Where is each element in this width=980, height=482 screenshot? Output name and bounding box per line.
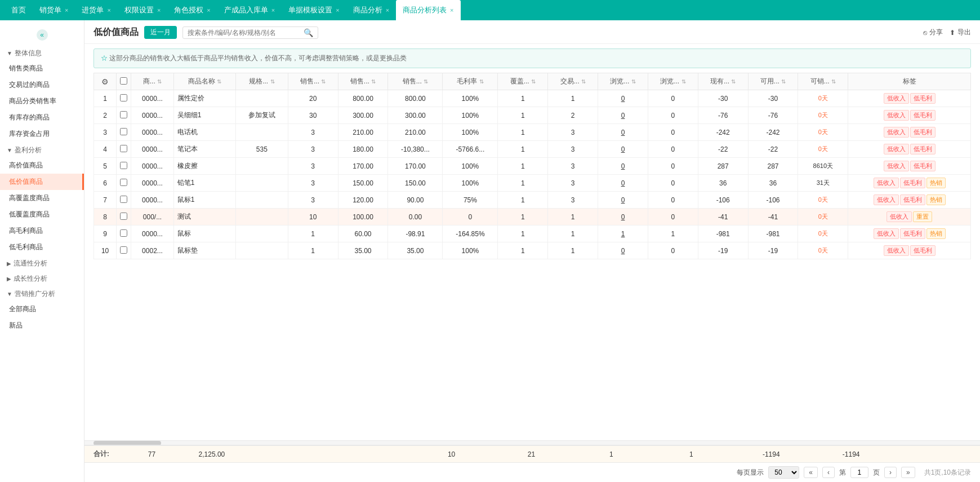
col-sale-amount[interactable]: 销售... ⇅: [338, 73, 388, 90]
close-sales-icon[interactable]: ×: [65, 7, 68, 14]
pv1-value[interactable]: 0: [621, 129, 625, 136]
cell-checkbox[interactable]: [117, 175, 131, 192]
table-container[interactable]: ⚙ 商... ⇅ 商品名称 ⇅ 规格... ⇅ 销售... ⇅ 销售... ⇅ …: [84, 73, 980, 440]
nav-home[interactable]: 首页: [5, 0, 33, 20]
col-pv1[interactable]: 浏览... ⇅: [598, 73, 648, 90]
cell-checkbox[interactable]: [117, 158, 131, 175]
export-button[interactable]: ⬆ 导出: [950, 28, 971, 37]
row-checkbox[interactable]: [120, 162, 127, 169]
first-page-button[interactable]: «: [804, 467, 818, 478]
sidebar-section-overall[interactable]: ▼ 整体信息: [0, 45, 84, 60]
sidebar-item-category-sales[interactable]: 商品分类销售率: [0, 93, 84, 109]
pv1-value[interactable]: 1: [621, 230, 625, 238]
sidebar-section-marketing[interactable]: ▼ 营销推广分析: [0, 286, 84, 301]
close-roles-icon[interactable]: ×: [207, 7, 210, 14]
col-spec[interactable]: 规格... ⇅: [235, 73, 288, 90]
cell-pv1[interactable]: 0: [598, 124, 648, 141]
cell-checkbox[interactable]: [117, 192, 131, 209]
row-checkbox[interactable]: [120, 196, 127, 203]
col-margin[interactable]: 毛利率 ⇅: [443, 73, 498, 90]
close-template-icon[interactable]: ×: [336, 7, 339, 14]
row-checkbox[interactable]: [120, 213, 127, 220]
col-name[interactable]: 商品名称 ⇅: [173, 73, 235, 90]
cell-pv1[interactable]: 0: [598, 192, 648, 209]
cell-pv1[interactable]: 0: [598, 158, 648, 175]
row-checkbox[interactable]: [120, 145, 127, 152]
pv1-value[interactable]: 0: [621, 112, 625, 120]
last-page-button[interactable]: »: [901, 467, 915, 478]
settings-gear-button[interactable]: ⚙: [101, 77, 109, 86]
nav-analysis[interactable]: 商品分析 ×: [346, 0, 396, 20]
sidebar-item-sales-goods[interactable]: 销售类商品: [0, 60, 84, 77]
close-analysis-list-icon[interactable]: ×: [450, 7, 453, 14]
cell-pv1[interactable]: 0: [598, 107, 648, 124]
cell-checkbox[interactable]: [117, 107, 131, 124]
nav-analysis-list[interactable]: 商品分析列表 ×: [396, 0, 460, 20]
nav-warehouse[interactable]: 产成品入库单 ×: [217, 0, 282, 20]
col-settings[interactable]: ⚙: [94, 73, 117, 90]
row-checkbox[interactable]: [120, 94, 127, 101]
sidebar-section-growth[interactable]: ▶ 成长性分析: [0, 271, 84, 286]
cell-checkbox[interactable]: [117, 141, 131, 158]
cell-pv1[interactable]: 0: [598, 209, 648, 225]
sidebar-item-stock-capital[interactable]: 库存资金占用: [0, 126, 84, 142]
row-checkbox[interactable]: [120, 246, 127, 254]
row-checkbox[interactable]: [120, 229, 127, 237]
share-button[interactable]: ⎋ 分享: [923, 28, 943, 37]
sidebar-section-liquidity[interactable]: ▶ 流通性分析: [0, 255, 84, 271]
col-trade[interactable]: 交易... ⇅: [548, 73, 598, 90]
row-checkbox[interactable]: [120, 111, 127, 118]
close-analysis-icon[interactable]: ×: [386, 7, 389, 14]
next-page-button[interactable]: ›: [884, 467, 897, 478]
nav-template[interactable]: 单据模板设置 ×: [282, 0, 346, 20]
page-number-input[interactable]: [850, 467, 868, 478]
col-sale-qty[interactable]: 销售... ⇅: [288, 73, 338, 90]
search-icon[interactable]: 🔍: [304, 28, 313, 37]
close-warehouse-icon[interactable]: ×: [271, 7, 275, 14]
sidebar-item-high-value[interactable]: 高价值商品: [0, 157, 84, 174]
sidebar-collapse-button[interactable]: «: [37, 29, 48, 41]
cell-pv1[interactable]: 0: [598, 141, 648, 158]
nav-roles[interactable]: 角色授权 ×: [167, 0, 217, 20]
nav-purchase[interactable]: 进货单 ×: [75, 0, 117, 20]
col-code[interactable]: 商... ⇅: [131, 73, 174, 90]
search-input[interactable]: [188, 29, 300, 37]
sidebar-item-low-value[interactable]: 低价值商品: [0, 174, 84, 190]
sidebar-item-traded-goods[interactable]: 交易过的商品: [0, 77, 84, 93]
prev-page-button[interactable]: ‹: [822, 467, 835, 478]
col-coverage[interactable]: 覆盖... ⇅: [498, 73, 548, 90]
pv1-value[interactable]: 0: [621, 179, 625, 187]
cell-checkbox[interactable]: [117, 242, 131, 259]
cell-pv1[interactable]: 0: [598, 90, 648, 107]
horizontal-scrollbar[interactable]: [84, 440, 980, 445]
close-permissions-icon[interactable]: ×: [157, 7, 161, 14]
cell-checkbox[interactable]: [117, 124, 131, 141]
pv1-value[interactable]: 0: [621, 196, 625, 204]
sidebar-item-low-coverage[interactable]: 低覆盖度商品: [0, 206, 84, 223]
cell-pv1[interactable]: 0: [598, 242, 648, 259]
cell-pv1[interactable]: 0: [598, 175, 648, 192]
cell-checkbox[interactable]: [117, 209, 131, 225]
col-sellable[interactable]: 可销... ⇅: [798, 73, 848, 90]
period-button[interactable]: 近一月: [144, 26, 177, 39]
sidebar-item-all-goods[interactable]: 全部商品: [0, 301, 84, 317]
pv1-value[interactable]: 0: [621, 95, 625, 103]
select-all-checkbox[interactable]: [120, 77, 127, 85]
close-purchase-icon[interactable]: ×: [107, 7, 110, 14]
sidebar-item-in-stock[interactable]: 有库存的商品: [0, 109, 84, 126]
col-available[interactable]: 可用... ⇅: [748, 73, 798, 90]
sidebar-item-high-margin[interactable]: 高毛利商品: [0, 223, 84, 239]
col-pv2[interactable]: 浏览... ⇅: [648, 73, 698, 90]
row-checkbox[interactable]: [120, 128, 127, 135]
pv1-value[interactable]: 0: [621, 145, 625, 153]
row-checkbox[interactable]: [120, 179, 127, 186]
sidebar-item-high-coverage[interactable]: 高覆盖度商品: [0, 190, 84, 206]
sidebar-item-low-margin[interactable]: 低毛利商品: [0, 239, 84, 255]
pv1-value[interactable]: 0: [621, 247, 625, 255]
cell-pv1[interactable]: 1: [598, 225, 648, 242]
pv1-value[interactable]: 0: [621, 213, 625, 221]
sidebar-section-profit[interactable]: ▼ 盈利分析: [0, 142, 84, 157]
nav-permissions[interactable]: 权限设置 ×: [118, 0, 167, 20]
sidebar-item-new-goods[interactable]: 新品: [0, 317, 84, 334]
col-sale-price[interactable]: 销售... ⇅: [388, 73, 443, 90]
